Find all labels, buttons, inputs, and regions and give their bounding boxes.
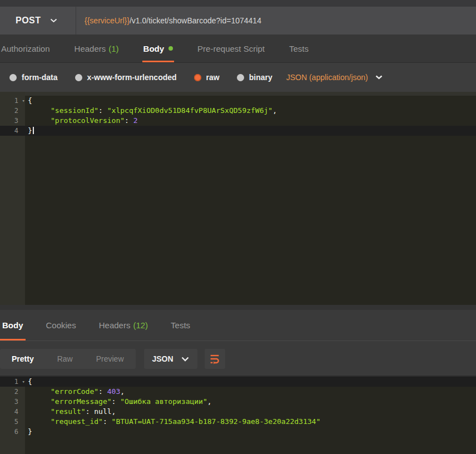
tab-label: Tests (171, 320, 190, 330)
text-cursor (33, 127, 34, 134)
tab-label: Tests (289, 44, 309, 53)
body-filled-dot-icon (168, 46, 173, 51)
radio-form-data[interactable]: form-data (9, 73, 58, 82)
code-line-current: 4 } (0, 126, 476, 136)
tab-pre-request-script[interactable]: Pre-request Script (196, 34, 266, 62)
tab-authorization[interactable]: Authorization (0, 34, 51, 62)
code-line: 4 "result": null, (0, 407, 476, 417)
tab-label: Authorization (1, 44, 50, 53)
view-preview-button[interactable]: Preview (85, 349, 136, 369)
code-line: 3 "errorMessage": "Ошибка авторизации", (0, 397, 476, 407)
method-dropdown[interactable]: POST (0, 7, 76, 34)
content-type-dropdown[interactable]: JSON (application/json) (286, 73, 383, 82)
tab-headers[interactable]: Headers (1) (73, 34, 120, 62)
text-wrap-icon (209, 353, 221, 365)
url-input[interactable]: {{serviceUrl}}/v1.0/ticket/showBarcode?i… (76, 7, 476, 34)
content-type-label: JSON (application/json) (286, 73, 368, 82)
response-body-editor[interactable]: 1▾ { 2 "errorCode": 403, 3 "errorMessage… (0, 376, 476, 454)
chevron-down-icon (50, 18, 57, 23)
response-tab-cookies[interactable]: Cookies (44, 310, 78, 340)
request-url-bar: POST {{serviceUrl}}/v1.0/ticket/showBarc… (0, 7, 476, 34)
radio-x-www-form-urlencoded[interactable]: x-www-form-urlencoded (75, 73, 177, 82)
code-line: 2 "errorCode": 403, (0, 387, 476, 397)
tab-body[interactable]: Body (142, 34, 175, 62)
tab-label: Headers (99, 320, 131, 330)
response-tab-tests[interactable]: Tests (168, 310, 192, 340)
view-pretty-button[interactable]: Pretty (0, 349, 46, 369)
chevron-down-icon (375, 75, 383, 80)
radio-binary[interactable]: binary (237, 73, 272, 82)
fold-caret-icon[interactable]: ▾ (22, 377, 25, 387)
radio-raw[interactable]: raw (194, 73, 220, 82)
response-format-dropdown[interactable]: JSON (144, 349, 197, 369)
radio-label: x-www-form-urlencoded (87, 73, 177, 82)
tab-label: Body (143, 44, 165, 53)
tab-label: Pre-request Script (197, 44, 265, 53)
radio-label: binary (249, 73, 272, 82)
view-raw-button[interactable]: Raw (46, 349, 85, 369)
postman-window: POST {{serviceUrl}}/v1.0/ticket/showBarc… (0, 0, 476, 454)
url-env-variable: {{serviceUrl}} (85, 16, 130, 25)
headers-count-badge: (1) (108, 44, 118, 53)
url-path: /v1.0/ticket/showBarcode?id=1074414 (130, 16, 261, 25)
body-type-bar: form-data x-www-form-urlencoded raw bina… (0, 63, 476, 92)
code-line: 2 "sessionId": "xlpcqfXiOD0dv51D84fvP8UA… (0, 106, 476, 116)
headers-count-badge: (12) (133, 320, 148, 330)
wrap-text-button[interactable] (205, 349, 225, 369)
chevron-down-icon (181, 357, 189, 362)
tab-label: Cookies (46, 320, 76, 330)
code-line-current: 1▾ { (0, 377, 476, 387)
response-tab-body[interactable]: Body (0, 310, 26, 340)
code-line: 6 } (0, 427, 476, 437)
tab-label: Headers (75, 44, 106, 53)
section-divider (0, 305, 476, 310)
view-mode-segmented-control: Pretty Raw Preview (0, 349, 136, 369)
tab-label: Body (2, 320, 23, 330)
response-toolbar: Pretty Raw Preview JSON (0, 341, 476, 376)
code-line: 3 "protocolVersion": 2 (0, 116, 476, 126)
editor-top-strip (0, 92, 476, 96)
radio-icon (75, 74, 82, 81)
radio-icon (9, 74, 17, 81)
request-tabs: Authorization Headers (1) Body Pre-reque… (0, 34, 476, 63)
code-line: 1▾ { (0, 96, 476, 106)
code-line: 5 "request_id": "BTUAT=UAT-715aa934-b187… (0, 417, 476, 427)
response-tab-headers[interactable]: Headers (12) (97, 310, 150, 340)
fold-caret-icon[interactable]: ▾ (22, 96, 25, 106)
format-label: JSON (152, 354, 173, 363)
radio-icon (237, 74, 244, 81)
request-body-editor[interactable]: 1▾ { 2 "sessionId": "xlpcqfXiOD0dv51D84f… (0, 92, 476, 305)
radio-label: form-data (22, 73, 58, 82)
radio-label: raw (206, 73, 220, 82)
window-top-strip (0, 0, 476, 7)
response-tabs: Body Cookies Headers (12) Tests (0, 310, 476, 341)
tab-tests[interactable]: Tests (288, 34, 310, 62)
radio-selected-icon (194, 74, 201, 81)
method-label: POST (16, 16, 41, 26)
